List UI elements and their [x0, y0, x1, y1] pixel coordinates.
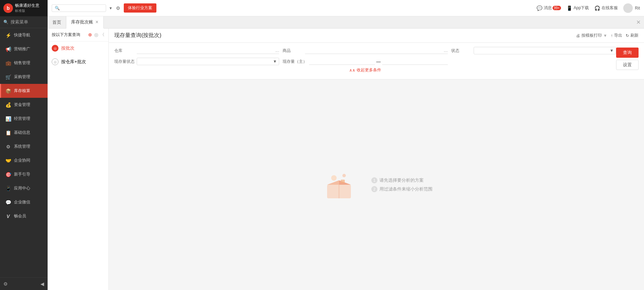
sidebar-item-label: 库存核算	[14, 88, 30, 94]
svg-point-5	[342, 174, 346, 177]
export-btn[interactable]: ↑ 导出	[611, 33, 622, 38]
topbar-dropdown[interactable]: ▼	[109, 6, 113, 10]
settings-icon[interactable]: ⚙	[3, 281, 8, 287]
sidebar-item-enterprise[interactable]: 🤝 企业协同	[0, 153, 48, 167]
member-icon: V	[4, 214, 12, 219]
sidebar-item-purchase[interactable]: 🛒 采购管理	[0, 70, 48, 84]
page-title: 现存量查询(按批次)	[114, 32, 162, 39]
app-download-label: App下载	[574, 5, 589, 11]
collapse-panel-icon[interactable]: 《	[100, 32, 104, 38]
avatar	[623, 3, 633, 13]
empty-tip-1: 1 请先选择要分析的方案	[371, 177, 433, 183]
sidebar-header: b 畅康通好生意 标准版	[0, 0, 48, 16]
sidebar-item-sales[interactable]: 💼 销售管理	[0, 56, 48, 70]
empty-tip-2: 2 用过滤条件来缩小分析范围	[371, 186, 433, 192]
sidebar-item-guide[interactable]: 🎯 新手引导	[0, 167, 48, 181]
app-edition: 标准版	[15, 8, 39, 13]
sidebar-item-marketing[interactable]: 📢 营销推广	[0, 42, 48, 56]
tab-batch[interactable]: 库存批次账 ✕	[66, 16, 104, 29]
svg-point-4	[331, 175, 337, 181]
collapse-label: 收起更多条件	[357, 67, 381, 73]
filter-area: 仓库 ... 商品 ...	[109, 43, 644, 79]
tab-close-all-icon[interactable]: ✕	[636, 19, 641, 25]
app-download-action[interactable]: 📱 App下载	[566, 5, 589, 11]
message-action[interactable]: 💬 消息 99+	[537, 5, 561, 11]
sidebar-item-label: 基础信息	[14, 130, 30, 135]
collapse-btn[interactable]: ∧∧ 收起更多条件	[114, 65, 616, 75]
collapse-sidebar-icon[interactable]: ◀	[40, 281, 44, 287]
topbar: 🔍 ▼ ⚙ 体验行业方案 💬 消息 99+ 📱 App下载 🎧 在线客服 Rit	[48, 0, 644, 16]
query-button[interactable]: 查询	[616, 48, 639, 58]
sidebar-item-wechat[interactable]: 💬 企业微信	[0, 195, 48, 209]
sidebar-item-member[interactable]: V 畅会员	[0, 209, 48, 223]
tabbar: 首页 库存批次账 ✕ ✕	[48, 16, 644, 29]
empty-tip-1-text: 请先选择要分析的方案	[379, 177, 424, 183]
sidebar-item-label: 应用中心	[14, 185, 30, 191]
tab-home-label: 首页	[52, 19, 61, 25]
topbar-search-box[interactable]: 🔍	[52, 4, 106, 12]
stock-amount-to[interactable]	[382, 58, 448, 65]
warehouse-dots[interactable]: ...	[275, 48, 279, 53]
sidebar-item-inventory[interactable]: 📦 库存核算	[0, 84, 48, 98]
sidebar-item-shortcut[interactable]: ⚡ 快捷导航	[0, 28, 48, 42]
sales-icon: 💼	[4, 60, 12, 66]
enterprise-icon: 🤝	[4, 158, 12, 163]
app-logo: b	[3, 3, 13, 13]
search-icon: 🔍	[3, 20, 9, 24]
print-template-btn[interactable]: 🖨 按模板打印 ▼	[576, 33, 607, 38]
left-panel-title: 按以下方案查询	[52, 32, 80, 38]
stock-status-select[interactable]: ▼	[137, 58, 279, 65]
sidebar-item-basic[interactable]: 📋 基础信息	[0, 126, 48, 140]
tab-home[interactable]: 首页	[48, 16, 66, 29]
status-label: 状态	[451, 48, 472, 54]
print-dropdown-icon[interactable]: ▼	[603, 33, 607, 38]
topbar-gear-icon[interactable]: ⚙	[116, 5, 120, 11]
settings-plan-icon[interactable]: ◎	[94, 32, 98, 38]
left-panel-header: 按以下方案查询 ⊕ ◎ 《	[48, 29, 108, 41]
sidebar-search[interactable]: 🔍 搜索菜单	[0, 16, 48, 28]
refresh-btn[interactable]: ↻ 刷新	[626, 33, 639, 38]
sidebar-item-system[interactable]: ⚙ 系统管理	[0, 140, 48, 153]
status-select[interactable]: ▼	[474, 47, 616, 54]
sidebar-item-operations[interactable]: 📊 经营管理	[0, 112, 48, 126]
sidebar-item-label: 快捷导航	[14, 32, 30, 38]
empty-state: 1 请先选择要分析的方案 2 用过滤条件来缩小分析范围	[109, 79, 644, 290]
warehouse-input[interactable]	[137, 48, 275, 53]
stock-amount-label: 现存量（主）	[283, 59, 307, 65]
sidebar-item-label: 销售管理	[14, 60, 30, 66]
tab-close-icon[interactable]: ✕	[95, 20, 99, 24]
print-template-label: 按模板打印	[581, 33, 602, 38]
empty-tip-2-text: 用过滤条件来缩小分析范围	[379, 186, 433, 192]
online-service-action[interactable]: 🎧 在线客服	[594, 5, 618, 11]
purchase-icon: 🛒	[4, 74, 12, 80]
user-profile-action[interactable]: Rit	[623, 3, 640, 13]
guide-icon: 🎯	[4, 172, 12, 177]
right-panel: 现存量查询(按批次) 🖨 按模板打印 ▼ ↑ 导出 ↻ 刷新	[109, 29, 644, 290]
message-badge: 99+	[553, 6, 561, 10]
sidebar-item-finance[interactable]: 💰 资金管理	[0, 98, 48, 112]
plan-item-batch[interactable]: ◎ 按批次	[48, 41, 108, 55]
plan-item-warehouse-batch[interactable]: ◎ 按仓库+批次	[48, 55, 108, 69]
product-dots[interactable]: ...	[444, 48, 448, 53]
stock-status-label: 现存量状态	[114, 59, 135, 65]
sidebar-item-appstore[interactable]: 📱 应用中心	[0, 181, 48, 195]
page-header: 现存量查询(按批次) 🖨 按模板打印 ▼ ↑ 导出 ↻ 刷新	[109, 29, 644, 43]
shortcut-icon: ⚡	[4, 33, 12, 38]
trial-button[interactable]: 体验行业方案	[124, 3, 156, 13]
refresh-icon: ↻	[626, 33, 629, 38]
stock-amount-from[interactable]	[309, 58, 375, 65]
warehouse-filter: 仓库 ...	[114, 48, 279, 54]
left-panel: 按以下方案查询 ⊕ ◎ 《 ◎ 按批次 ◎ 按仓库+批次	[48, 29, 109, 290]
marketing-icon: 📢	[4, 47, 12, 52]
inventory-icon: 📦	[4, 88, 12, 94]
phone-icon: 📱	[566, 5, 572, 11]
sidebar-item-label: 资金管理	[14, 102, 30, 108]
export-label: 导出	[614, 33, 622, 38]
settings-button[interactable]: 设置	[616, 60, 639, 70]
add-plan-icon[interactable]: ⊕	[88, 32, 92, 38]
sidebar-item-label: 新手引导	[14, 171, 30, 177]
left-panel-header-actions: ⊕ ◎ 《	[88, 32, 104, 38]
product-input[interactable]	[305, 48, 444, 53]
warehouse-label: 仓库	[114, 48, 135, 54]
svg-marker-1	[327, 180, 339, 185]
